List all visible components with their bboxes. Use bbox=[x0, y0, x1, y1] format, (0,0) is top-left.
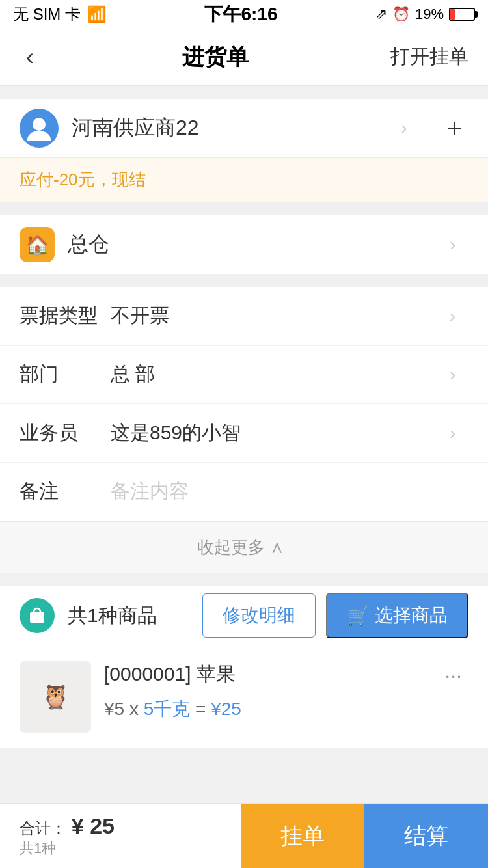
product-equals: = bbox=[195, 699, 211, 719]
gap-1 bbox=[0, 86, 488, 99]
gap-3 bbox=[0, 274, 488, 287]
location-icon: ⇗ bbox=[375, 6, 387, 23]
back-button[interactable]: ‹ bbox=[20, 37, 40, 77]
checkout-button[interactable]: 结算 bbox=[364, 804, 488, 869]
collapse-button[interactable]: 收起更多 ∧ bbox=[0, 521, 488, 573]
total-amount: ¥ 25 bbox=[72, 813, 115, 838]
product-name: [0000001] 苹果 bbox=[104, 661, 438, 688]
form-card: 票据类型 不开票 › 部门 总 部 › 业务员 这是859的小智 › 备注 备注… bbox=[0, 287, 488, 573]
status-bar: 无 SIM 卡 📶 下午6:16 ⇗ ⏰ 19% bbox=[0, 0, 488, 29]
invoice-value: 不开票 bbox=[111, 303, 450, 329]
remark-row[interactable]: 备注 备注内容 bbox=[0, 463, 488, 521]
payment-notice: 应付-20元，现结 bbox=[0, 157, 488, 202]
dept-row[interactable]: 部门 总 部 › bbox=[0, 346, 488, 404]
product-thumbnail: 🦉 bbox=[20, 661, 91, 733]
cart-icon: 🛒 bbox=[347, 605, 370, 627]
carrier-text: 无 SIM 卡 bbox=[13, 4, 81, 25]
alarm-icon: ⏰ bbox=[392, 6, 410, 23]
bag-icon bbox=[27, 606, 47, 625]
dept-value: 总 部 bbox=[111, 361, 450, 388]
product-count-icon bbox=[20, 598, 55, 633]
svg-point-0 bbox=[33, 118, 46, 131]
products-card: 共1种商品 修改明细 🛒 选择商品 🦉 [0000001] 苹果 ¥5 x bbox=[0, 586, 488, 748]
warehouse-row[interactable]: 🏠 总仓 › bbox=[0, 215, 488, 274]
product-header: 共1种商品 修改明细 🛒 选择商品 bbox=[0, 586, 488, 645]
total-section: 合计： ¥ 25 共1种 bbox=[0, 813, 241, 858]
divider bbox=[427, 112, 427, 144]
page-title: 进货单 bbox=[182, 42, 249, 72]
warehouse-icon: 🏠 bbox=[20, 227, 55, 262]
battery-percent: 19% bbox=[415, 6, 444, 23]
invoice-label: 票据类型 bbox=[20, 303, 111, 329]
product-multiply: x bbox=[129, 699, 144, 719]
select-product-button[interactable]: 🛒 选择商品 bbox=[326, 593, 468, 638]
content-area: 河南供应商22 › + 应付-20元，现结 🏠 总仓 › 票据类型 不开票 › … bbox=[0, 86, 488, 826]
invoice-chevron-icon: › bbox=[450, 306, 455, 327]
warehouse-chevron-icon: › bbox=[450, 234, 455, 255]
status-bar-right: ⇗ ⏰ 19% bbox=[375, 6, 475, 23]
select-product-label: 选择商品 bbox=[375, 603, 448, 628]
gap-4 bbox=[0, 573, 488, 586]
product-unit-price: ¥5 bbox=[104, 699, 124, 719]
product-item: 🦉 [0000001] 苹果 ¥5 x 5千克 = ¥25 ··· bbox=[0, 645, 488, 748]
dept-chevron-icon: › bbox=[450, 364, 455, 385]
product-total: ¥25 bbox=[211, 699, 241, 719]
status-bar-left: 无 SIM 卡 📶 bbox=[13, 4, 107, 25]
add-supplier-button[interactable]: + bbox=[434, 107, 468, 150]
product-id: [0000001] bbox=[104, 663, 191, 685]
svg-point-1 bbox=[27, 131, 51, 141]
sales-value: 这是859的小智 bbox=[111, 420, 450, 446]
product-title-name: 苹果 bbox=[197, 663, 236, 685]
battery-icon bbox=[449, 8, 475, 21]
open-hang-button[interactable]: 打开挂单 bbox=[390, 44, 468, 70]
collapse-label: 收起更多 ∧ bbox=[197, 536, 284, 559]
supplier-name: 河南供应商22 bbox=[72, 114, 401, 142]
supplier-avatar bbox=[20, 109, 59, 148]
edit-detail-button[interactable]: 修改明细 bbox=[202, 593, 316, 638]
warehouse-name: 总仓 bbox=[68, 230, 450, 259]
dept-label: 部门 bbox=[20, 361, 111, 388]
total-row: 合计： ¥ 25 bbox=[20, 813, 221, 839]
product-info: [0000001] 苹果 ¥5 x 5千克 = ¥25 bbox=[104, 661, 438, 722]
person-icon bbox=[26, 115, 52, 141]
sales-chevron-icon: › bbox=[450, 423, 455, 444]
gap-2 bbox=[0, 202, 488, 215]
remark-input[interactable]: 备注内容 bbox=[111, 478, 468, 505]
remark-label: 备注 bbox=[20, 478, 111, 505]
wifi-icon: 📶 bbox=[87, 5, 107, 23]
total-label: 合计： bbox=[20, 819, 66, 837]
warehouse-card[interactable]: 🏠 总仓 › bbox=[0, 215, 488, 274]
nav-bar: ‹ 进货单 打开挂单 bbox=[0, 29, 488, 86]
total-count: 共1种 bbox=[20, 839, 221, 858]
product-quantity: 5千克 bbox=[144, 699, 191, 719]
product-owl-icon: 🦉 bbox=[41, 683, 70, 711]
supplier-chevron-icon: › bbox=[401, 118, 407, 139]
invoice-row[interactable]: 票据类型 不开票 › bbox=[0, 287, 488, 346]
bottom-bar: 合计： ¥ 25 共1种 挂单 结算 bbox=[0, 803, 488, 868]
supplier-row[interactable]: 河南供应商22 › + bbox=[0, 99, 488, 157]
supplier-card: 河南供应商22 › + 应付-20元，现结 bbox=[0, 99, 488, 202]
time-display: 下午6:16 bbox=[204, 2, 277, 27]
product-price-row: ¥5 x 5千克 = ¥25 bbox=[104, 697, 438, 722]
sales-label: 业务员 bbox=[20, 420, 111, 446]
product-menu-button[interactable]: ··· bbox=[438, 661, 468, 690]
sales-row[interactable]: 业务员 这是859的小智 › bbox=[0, 404, 488, 463]
product-count-text: 共1种商品 bbox=[68, 603, 202, 629]
hang-button[interactable]: 挂单 bbox=[241, 804, 364, 869]
svg-rect-2 bbox=[30, 612, 44, 623]
